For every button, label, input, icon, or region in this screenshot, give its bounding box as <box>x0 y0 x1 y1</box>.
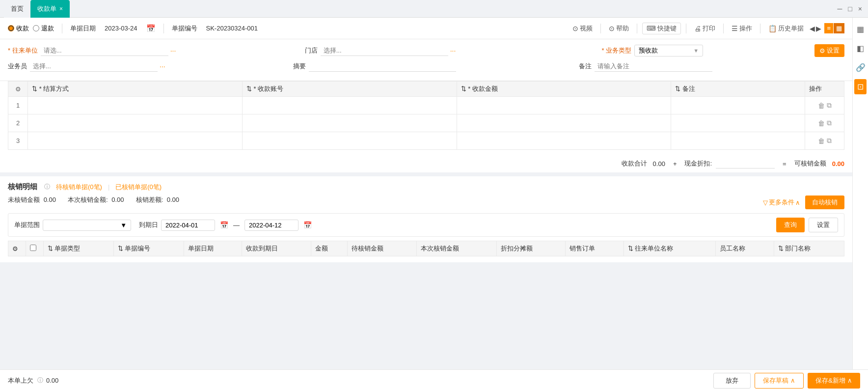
salesperson-field: 业务员 ··· <box>8 61 273 72</box>
select-all-checkbox[interactable] <box>30 245 36 251</box>
tab-close-icon[interactable]: × <box>59 5 63 12</box>
cal-to-icon[interactable]: 📅 <box>303 221 312 229</box>
calendar-icon[interactable]: 📅 <box>146 24 156 33</box>
hexiao-section: 核销明细 ⓘ 待核销单据(0笔) | 已核销单据(0笔) 未核销金额 0.00 … <box>0 176 852 262</box>
help-btn[interactable]: ⊙ 帮助 <box>606 23 632 34</box>
close-window-icon[interactable]: × <box>856 3 864 15</box>
discount-input[interactable] <box>716 159 775 168</box>
detail-col-due-th: 收款到期日 <box>242 241 311 256</box>
save-draft-arrow[interactable]: ∧ <box>790 377 795 384</box>
partner-input[interactable] <box>41 45 168 56</box>
grid-view-icon[interactable]: ▦ <box>834 23 844 33</box>
abandon-btn[interactable]: 放弃 <box>713 373 751 389</box>
settle-cell[interactable] <box>28 97 243 114</box>
amount-cell[interactable] <box>457 114 671 132</box>
form-settings-btn[interactable]: ⚙ 设置 <box>814 44 844 57</box>
radio-receive[interactable]: 收款 <box>8 24 29 33</box>
auto-offset-btn[interactable]: 自动核销 <box>805 196 844 209</box>
current-info-icon[interactable]: ⓘ <box>37 376 43 385</box>
pending-tab[interactable]: 待核销单据(0笔) <box>56 183 102 192</box>
date-from-input[interactable] <box>161 220 215 231</box>
detail-col-settings-th[interactable]: ⚙ <box>8 241 26 256</box>
remark-cell[interactable] <box>671 114 805 132</box>
salesperson-input[interactable] <box>30 61 158 72</box>
save-new-btn[interactable]: 保存&新增 ∧ <box>808 373 860 389</box>
delete-icon[interactable]: 🗑 <box>818 119 825 127</box>
table-settings-icon[interactable]: ⚙ <box>15 85 21 93</box>
biz-type-label: * 业务类型 <box>601 46 631 55</box>
done-tab[interactable]: 已核销单据(0笔) <box>115 183 162 192</box>
detail-settings-icon[interactable]: ⚙ <box>12 245 18 252</box>
copy-icon[interactable]: ⧉ <box>827 137 832 145</box>
hexiao-info-icon[interactable]: ⓘ <box>44 183 50 191</box>
remark-field: 备注 <box>579 61 844 72</box>
salesperson-label: 业务员 <box>8 62 27 71</box>
operation-btn[interactable]: ☰ 操作 <box>729 23 755 34</box>
detail-col-dept-th: ⇅ 部门名称 <box>774 241 844 256</box>
tab-receipt[interactable]: 收款单 × <box>30 0 70 18</box>
maximize-icon[interactable]: □ <box>846 3 854 15</box>
store-more-icon[interactable]: ··· <box>450 47 456 55</box>
sidebar-icon-capture[interactable]: ⊡ <box>854 79 867 94</box>
range-select[interactable]: ▼ <box>43 220 131 231</box>
account-cell[interactable] <box>242 132 457 150</box>
account-cell[interactable] <box>242 114 457 132</box>
list-view-icon[interactable]: ≡ <box>824 23 833 33</box>
store-input[interactable] <box>321 45 448 56</box>
salesperson-more-icon[interactable]: ··· <box>160 62 165 70</box>
range-field: 单据范围 ▼ <box>14 220 131 231</box>
prev-icon[interactable]: ◀ <box>810 25 815 32</box>
print-btn[interactable]: 🖨 打印 <box>691 23 718 34</box>
bottom-right: 放弃 保存草稿 ∧ 保存&新增 ∧ <box>713 373 860 389</box>
toolbar-right: ⊙ 视频 ⊙ 帮助 ⌨ 快捷键 🖨 打印 ☰ 操作 <box>570 23 844 34</box>
date-value: 2023-03-24 <box>105 25 137 32</box>
table-section: ⚙ ⇅ * 结算方式 ⇅ * 收款账号 ⇅ * 收款金额 <box>0 81 852 155</box>
more-chevron: ∧ <box>795 199 800 206</box>
account-cell[interactable] <box>242 97 457 114</box>
biz-type-select[interactable]: 预收款 ▼ <box>634 45 703 56</box>
more-conditions-btn[interactable]: ▽ 更多条件 ∧ <box>763 198 800 207</box>
date-to-input[interactable] <box>244 220 298 231</box>
sidebar-icon-table[interactable]: ▦ <box>854 22 867 37</box>
col-settings-th[interactable]: ⚙ <box>8 82 28 97</box>
tab-home[interactable]: 首页 <box>4 0 30 18</box>
filter-settings-btn[interactable]: 设置 <box>809 218 838 232</box>
table-row: 2 🗑 ⧉ <box>8 114 844 132</box>
main-content: 收款 退款 单据日期 2023-03-24 📅 单据编号 SK-20230324… <box>0 18 852 391</box>
delete-icon[interactable]: 🗑 <box>818 137 825 145</box>
settle-cell[interactable] <box>28 114 243 132</box>
col-action-th: 操作 <box>805 82 844 97</box>
video-btn[interactable]: ⊙ 视频 <box>570 23 596 34</box>
divider5 <box>686 24 686 33</box>
copy-icon[interactable]: ⧉ <box>827 119 832 127</box>
save-new-arrow[interactable]: ∧ <box>847 377 852 384</box>
remark-cell[interactable] <box>671 97 805 114</box>
remark-input[interactable] <box>595 61 712 72</box>
copy-icon[interactable]: ⧉ <box>827 101 832 110</box>
query-btn[interactable]: 查询 <box>776 218 805 232</box>
delete-icon[interactable]: 🗑 <box>818 102 825 110</box>
sidebar-icon-panel[interactable]: ◧ <box>854 41 867 56</box>
amount-cell[interactable] <box>457 97 671 114</box>
row-num: 2 <box>8 114 28 132</box>
divider6 <box>723 24 724 33</box>
filter-icon: ▽ <box>763 199 768 206</box>
history-btn[interactable]: 📋 历史单据 <box>765 23 807 34</box>
cal-from-icon[interactable]: 📅 <box>220 221 228 229</box>
save-draft-btn[interactable]: 保存草稿 ∧ <box>755 373 804 389</box>
amount-cell[interactable] <box>457 132 671 150</box>
next-icon[interactable]: ▶ <box>816 25 821 32</box>
store-label: 门店 <box>305 46 318 55</box>
bottom-left: 本单上欠 ⓘ 0.00 <box>8 376 58 385</box>
remark-cell[interactable] <box>671 132 805 150</box>
shortcut-btn[interactable]: ⌨ 快捷键 <box>642 23 681 34</box>
partner-field: * 往来单位 ··· <box>8 45 285 56</box>
radio-refund[interactable]: 退款 <box>33 24 54 33</box>
partner-more-icon[interactable]: ··· <box>170 47 176 55</box>
total-label: 收款合计 <box>622 159 647 168</box>
sidebar-icon-link[interactable]: 🔗 <box>853 60 868 75</box>
minimize-icon[interactable]: ─ <box>835 3 844 15</box>
summary-input[interactable] <box>309 61 456 72</box>
settle-cell[interactable] <box>28 132 243 150</box>
hexiao-stats: 未核销金额 0.00 本次核销金额: 0.00 核销差额: 0.00 <box>8 196 179 204</box>
